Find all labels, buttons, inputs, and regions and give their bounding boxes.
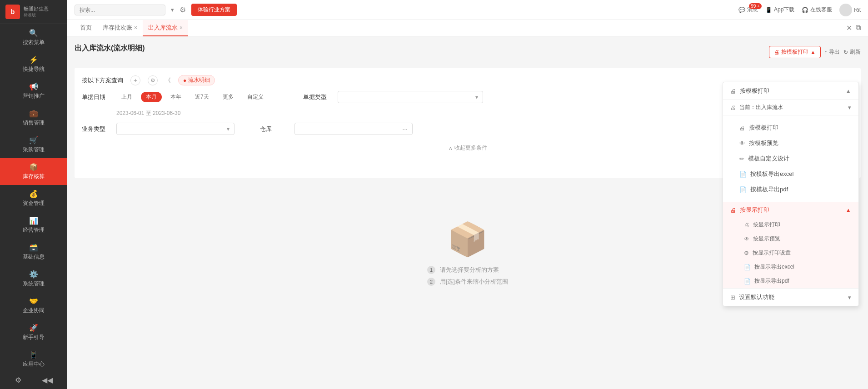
- print-icon: 🖨: [739, 125, 745, 131]
- dropdown-template-print[interactable]: 🖨 按模板打印: [723, 120, 858, 135]
- display-print-sub-icon: 🖨: [744, 222, 749, 228]
- sidebar-item-appstore[interactable]: 📱 应用中心: [0, 346, 67, 371]
- filter-date-custom[interactable]: 自定义: [242, 91, 269, 103]
- dropdown-display-pdf[interactable]: 📄 按显示导出pdf: [723, 274, 858, 288]
- sidebar-item-search[interactable]: 🔍 搜索菜单: [0, 24, 67, 51]
- search-icon: 🔍: [29, 29, 38, 37]
- collapse-sidebar-icon[interactable]: ◀◀: [42, 376, 53, 384]
- display-preview-label: 按显示预览: [753, 235, 780, 243]
- filter-date-more[interactable]: 更多: [218, 91, 239, 103]
- filter-warehouse-select[interactable]: ···: [294, 123, 413, 135]
- sidebar-item-basic[interactable]: 🗃️ 基础信息: [0, 239, 67, 265]
- filter-chip-active[interactable]: ● 流水明细: [178, 75, 215, 85]
- gear-icon: ⚙️: [29, 270, 38, 279]
- filter-chip-icon: ●: [183, 77, 186, 84]
- dropdown-template-excel[interactable]: 📄 按模板导出excel: [723, 166, 858, 182]
- sidebar-item-inventory[interactable]: 📦 库存核算: [0, 158, 67, 185]
- main-content: ▾ ⚙ 体验行业方案 💬 消息 99 + 📱 App下载 🎧 在线客服: [67, 0, 868, 389]
- filter-warehouse-more-icon[interactable]: ···: [402, 125, 408, 133]
- topbar-right: 💬 消息 99 + 📱 App下载 🎧 在线客服 Rit: [738, 4, 861, 16]
- rocket-icon: 🚀: [29, 324, 38, 332]
- filter-date-current-month[interactable]: 本月: [141, 92, 162, 102]
- chart-icon: 📊: [29, 216, 38, 225]
- sidebar-item-finance[interactable]: 💰 资金管理: [0, 185, 67, 212]
- tab-home[interactable]: 首页: [75, 20, 97, 36]
- logo-name: 畅通好生意: [24, 5, 49, 12]
- dropdown-chevron-up-icon[interactable]: ▲: [845, 88, 851, 95]
- empty-step2: 2 用[选]条件来缩小分析范围: [427, 276, 508, 288]
- tabs-right-actions: ✕ ⧉: [846, 24, 861, 32]
- print-template-btn[interactable]: 🖨 按模板打印 ▲: [769, 46, 821, 58]
- pdf-icon: 📄: [739, 186, 747, 193]
- chevron-up-collapse-icon: ∧: [449, 145, 453, 151]
- display-preview-icon: 👁: [744, 236, 749, 242]
- filter-type-select[interactable]: ▾: [338, 91, 483, 103]
- filter-collapse-btn[interactable]: 《: [165, 76, 171, 85]
- sidebar-item-purchase[interactable]: 🛒 采购管理: [0, 131, 67, 158]
- cart-icon: 🛒: [29, 136, 38, 145]
- filter-settings-btn[interactable]: ⚙: [148, 75, 158, 85]
- refresh-icon: ↻: [843, 49, 848, 55]
- topbar-gear-icon[interactable]: ⚙: [180, 5, 186, 14]
- current-template-left: 🖨 当前：出入库流水: [730, 104, 783, 111]
- sidebar-item-enterprise[interactable]: 🤝 企业协同: [0, 292, 67, 319]
- dropdown-template-custom[interactable]: ✏ 模板自定义设计: [723, 151, 858, 166]
- filter-add-btn[interactable]: +: [130, 75, 140, 85]
- close-all-icon[interactable]: ✕: [846, 24, 852, 32]
- current-template-chevron[interactable]: ▾: [848, 104, 851, 111]
- sidebar-item-system[interactable]: ⚙️ 系统管理: [0, 265, 67, 292]
- filter-date-7days[interactable]: 近7天: [190, 91, 214, 103]
- sidebar: b 畅通好生意 标准版 🔍 搜索菜单 ⚡ 快捷导航 📢 营销推广 💼 销售管理: [0, 0, 67, 389]
- filter-date-prev-month[interactable]: 上月: [116, 91, 137, 103]
- sidebar-item-label: 系统管理: [23, 280, 45, 288]
- sidebar-scroll: 🔍 搜索菜单 ⚡ 快捷导航 📢 营销推广 💼 销售管理 🛒 采购管理 📦: [0, 24, 67, 371]
- display-section-header[interactable]: 🖨 按显示打印 ▲: [723, 202, 858, 218]
- database-icon: 🗃️: [29, 243, 38, 252]
- tab-flow-close[interactable]: ×: [180, 25, 183, 31]
- tab-batch-close[interactable]: ×: [134, 25, 137, 31]
- search-input[interactable]: [75, 5, 165, 15]
- sidebar-item-marketing[interactable]: 📢 营销推广: [0, 78, 67, 105]
- sidebar-item-sales[interactable]: 💼 销售管理: [0, 105, 67, 131]
- app-download-btn[interactable]: 📱 App下载: [765, 6, 794, 14]
- message-badge: 99 +: [749, 3, 762, 9]
- trial-btn[interactable]: 体验行业方案: [191, 4, 237, 16]
- filter-business-select[interactable]: ▾: [116, 123, 234, 135]
- dropdown-display-settings[interactable]: ⚙ 按显示打印设置: [723, 246, 858, 260]
- sidebar-item-operation[interactable]: 📊 经营管理: [0, 212, 67, 239]
- online-service-btn[interactable]: 🎧 在线客服: [802, 6, 832, 14]
- user-avatar-area[interactable]: Rit: [839, 4, 861, 16]
- logo-text-group: 畅通好生意 标准版: [24, 5, 49, 18]
- dropdown-display-print[interactable]: 🖨 按显示打印: [723, 218, 858, 232]
- sidebar-item-quick-nav[interactable]: ⚡ 快捷导航: [0, 51, 67, 78]
- current-template-label: 当前：出入库流水: [739, 104, 783, 111]
- display-settings-label: 按显示打印设置: [753, 249, 791, 257]
- page-title: 出入库流水(流水明细): [75, 44, 145, 53]
- sidebar-footer: ⚙ ◀◀: [0, 371, 67, 389]
- display-section: 🖨 按显示打印 ▲ 🖨 按显示打印 👁 按显示预览 ⚙: [723, 202, 858, 288]
- export-label: 导出: [829, 48, 840, 56]
- filter-label: 按以下方案查询: [82, 76, 123, 85]
- maximize-icon[interactable]: ⧉: [856, 24, 861, 32]
- tab-batch[interactable]: 库存批次账 ×: [97, 20, 143, 36]
- dropdown-template-pdf[interactable]: 📄 按模板导出pdf: [723, 182, 858, 197]
- phone-download-icon: 📱: [765, 7, 772, 13]
- printer-icon: 🖨: [774, 49, 779, 55]
- export-btn[interactable]: ↑ 导出: [824, 48, 840, 56]
- step2-text: 用[选]条件来缩小分析范围: [440, 278, 508, 285]
- search-dropdown-icon[interactable]: ▾: [171, 6, 174, 13]
- dropdown-template-preview[interactable]: 👁 按模板预览: [723, 135, 858, 151]
- default-icon: ⊞: [730, 294, 735, 301]
- refresh-btn[interactable]: ↻ 刷新: [843, 48, 861, 56]
- tab-flow[interactable]: 出入库流水 ×: [143, 20, 188, 36]
- topbar: ▾ ⚙ 体验行业方案 💬 消息 99 + 📱 App下载 🎧 在线客服: [67, 0, 868, 20]
- sidebar-item-newbie[interactable]: 🚀 新手引导: [0, 319, 67, 346]
- filter-date-year[interactable]: 本年: [165, 91, 186, 103]
- settings-bottom-icon[interactable]: ⚙: [15, 376, 21, 384]
- sidebar-item-label: 营销推广: [23, 92, 45, 100]
- dropdown-display-excel[interactable]: 📄 按显示导出excel: [723, 260, 858, 274]
- dropdown-display-preview[interactable]: 👁 按显示预览: [723, 232, 858, 246]
- message-btn[interactable]: 💬 消息 99 +: [738, 6, 758, 14]
- default-section[interactable]: ⊞ 设置默认功能 ▾: [723, 288, 858, 306]
- display-chevron-up-icon[interactable]: ▲: [845, 207, 851, 214]
